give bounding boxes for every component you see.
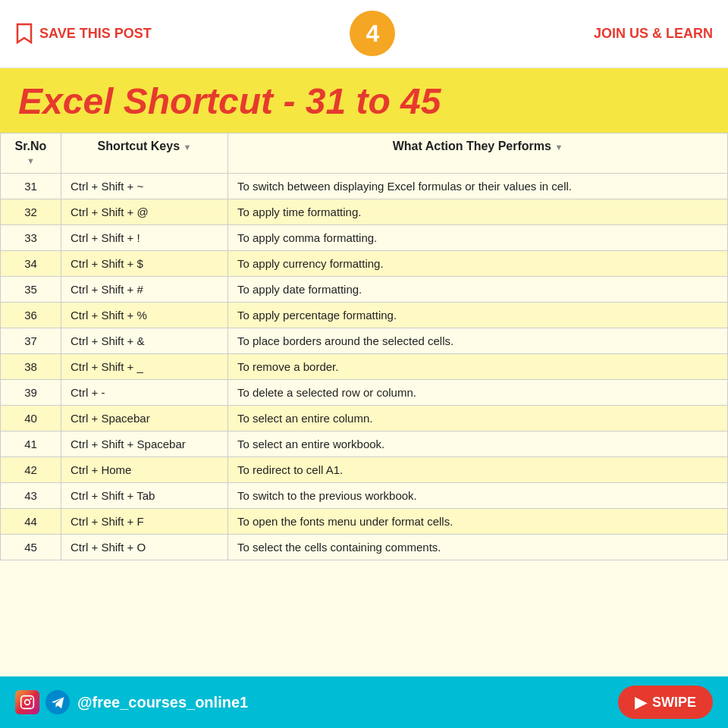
swipe-arrow-icon: ▶	[635, 693, 646, 711]
cell-action: To select an entire column.	[228, 405, 728, 431]
social-handle: @free_courses_online1	[77, 694, 248, 711]
cell-srno: 44	[1, 508, 61, 534]
cell-shortcut: Ctrl + Shift + F	[61, 508, 228, 534]
swipe-button[interactable]: ▶ SWIPE	[618, 686, 713, 719]
badge-number: 4	[350, 11, 395, 56]
cell-srno: 31	[1, 173, 61, 199]
title-section: Excel Shortcut - 31 to 45	[0, 68, 728, 133]
cell-action: To remove a border.	[228, 353, 728, 379]
table-row: 31Ctrl + Shift + ~To switch between disp…	[1, 173, 728, 199]
cell-srno: 37	[1, 328, 61, 353]
cell-action: To switch between displaying Excel formu…	[228, 173, 728, 199]
save-label: SAVE THIS POST	[39, 26, 152, 42]
table-row: 36Ctrl + Shift + %To apply percentage fo…	[1, 302, 728, 328]
table-row: 45Ctrl + Shift + OTo select the cells co…	[1, 534, 728, 560]
cell-srno: 38	[1, 353, 61, 379]
page-title: Excel Shortcut - 31 to 45	[18, 82, 710, 122]
shortcuts-table: Sr.No ▼ Shortcut Keys ▼ What Action They…	[0, 133, 728, 560]
table-row: 43Ctrl + Shift + TabTo switch to the pre…	[1, 482, 728, 508]
svg-rect-0	[21, 696, 34, 709]
footer: @free_courses_online1 ▶ SWIPE	[0, 676, 728, 728]
col-header-shortcut: Shortcut Keys ▼	[61, 133, 228, 173]
cell-shortcut: Ctrl + Shift + $	[61, 250, 228, 276]
cell-shortcut: Ctrl + Shift + Spacebar	[61, 431, 228, 457]
join-label: JOIN US & LEARN	[594, 26, 713, 42]
filter-icon: ▼	[27, 156, 35, 165]
table-section: Sr.No ▼ Shortcut Keys ▼ What Action They…	[0, 133, 728, 676]
cell-action: To redirect to cell A1.	[228, 457, 728, 482]
cell-action: To open the fonts menu under format cell…	[228, 508, 728, 534]
svg-point-2	[30, 698, 32, 700]
svg-point-1	[25, 700, 30, 705]
cell-srno: 45	[1, 534, 61, 560]
table-row: 44Ctrl + Shift + FTo open the fonts menu…	[1, 508, 728, 534]
header: SAVE THIS POST 4 JOIN US & LEARN	[0, 0, 728, 68]
cell-action: To delete a selected row or column.	[228, 379, 728, 405]
cell-srno: 43	[1, 482, 61, 508]
cell-srno: 32	[1, 199, 61, 224]
table-row: 39Ctrl + -To delete a selected row or co…	[1, 379, 728, 405]
table-header-row: Sr.No ▼ Shortcut Keys ▼ What Action They…	[1, 133, 728, 173]
table-row: 38Ctrl + Shift + _To remove a border.	[1, 353, 728, 379]
cell-shortcut: Ctrl + Shift + %	[61, 302, 228, 328]
footer-left: @free_courses_online1	[15, 690, 248, 714]
cell-shortcut: Ctrl + Shift + O	[61, 534, 228, 560]
table-row: 40Ctrl + SpacebarTo select an entire col…	[1, 405, 728, 431]
table-row: 33Ctrl + Shift + !To apply comma formatt…	[1, 224, 728, 250]
cell-shortcut: Ctrl + Shift + #	[61, 276, 228, 302]
table-row: 37Ctrl + Shift + &To place borders aroun…	[1, 328, 728, 353]
cell-action: To select the cells containing comments.	[228, 534, 728, 560]
table-row: 35Ctrl + Shift + #To apply date formatti…	[1, 276, 728, 302]
cell-action: To apply time formatting.	[228, 199, 728, 224]
col-header-action: What Action They Performs ▼	[228, 133, 728, 173]
cell-action: To switch to the previous workbook.	[228, 482, 728, 508]
cell-srno: 34	[1, 250, 61, 276]
cell-shortcut: Ctrl + Shift + Tab	[61, 482, 228, 508]
page-container: SAVE THIS POST 4 JOIN US & LEARN Excel S…	[0, 0, 728, 728]
telegram-icon	[46, 690, 70, 714]
cell-action: To apply currency formatting.	[228, 250, 728, 276]
cell-srno: 41	[1, 431, 61, 457]
table-row: 41Ctrl + Shift + SpacebarTo select an en…	[1, 431, 728, 457]
instagram-icon	[15, 690, 39, 714]
cell-srno: 42	[1, 457, 61, 482]
cell-action: To place borders around the selected cel…	[228, 328, 728, 353]
cell-shortcut: Ctrl + Shift + _	[61, 353, 228, 379]
save-post: SAVE THIS POST	[15, 23, 152, 44]
cell-srno: 36	[1, 302, 61, 328]
social-icons	[15, 690, 70, 714]
col-header-srno: Sr.No ▼	[1, 133, 61, 173]
cell-action: To select an entire workbook.	[228, 431, 728, 457]
table-row: 34Ctrl + Shift + $To apply currency form…	[1, 250, 728, 276]
filter-icon-3: ▼	[554, 143, 563, 152]
cell-shortcut: Ctrl + Home	[61, 457, 228, 482]
table-row: 32Ctrl + Shift + @To apply time formatti…	[1, 199, 728, 224]
cell-srno: 39	[1, 379, 61, 405]
cell-srno: 40	[1, 405, 61, 431]
bookmark-icon	[15, 23, 33, 44]
cell-shortcut: Ctrl + Shift + @	[61, 199, 228, 224]
cell-shortcut: Ctrl + Shift + !	[61, 224, 228, 250]
cell-srno: 35	[1, 276, 61, 302]
cell-shortcut: Ctrl + Shift + ~	[61, 173, 228, 199]
filter-icon-2: ▼	[184, 143, 192, 152]
cell-shortcut: Ctrl + Shift + &	[61, 328, 228, 353]
table-row: 42Ctrl + HomeTo redirect to cell A1.	[1, 457, 728, 482]
cell-shortcut: Ctrl + Spacebar	[61, 405, 228, 431]
cell-srno: 33	[1, 224, 61, 250]
cell-action: To apply date formatting.	[228, 276, 728, 302]
cell-action: To apply percentage formatting.	[228, 302, 728, 328]
cell-shortcut: Ctrl + -	[61, 379, 228, 405]
cell-action: To apply comma formatting.	[228, 224, 728, 250]
swipe-label: SWIPE	[652, 695, 696, 711]
